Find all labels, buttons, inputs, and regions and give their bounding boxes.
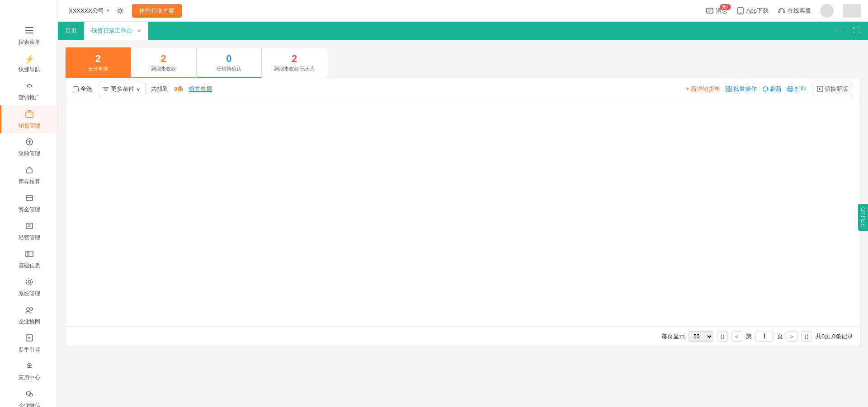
search-menu-icon <box>25 26 33 37</box>
sidebar-item-label: 销售管理 <box>19 122 40 130</box>
app-download-label: App下载 <box>746 7 769 15</box>
sidebar-item-sales[interactable]: 销售管理 <box>0 105 57 133</box>
svg-rect-24 <box>726 89 728 92</box>
online-service-button[interactable]: 在线客服 <box>778 7 811 15</box>
guide-icon <box>25 334 33 344</box>
svg-point-16 <box>119 9 122 12</box>
switch-version-button[interactable]: 切换新版 <box>812 83 853 95</box>
svg-point-19 <box>740 12 741 13</box>
select-all-input[interactable] <box>73 86 79 92</box>
trial-button[interactable]: 体验行业方案 <box>132 4 182 18</box>
svg-rect-6 <box>26 223 33 229</box>
page-label: 第 <box>746 332 752 341</box>
refresh-btn-label: 刷新 <box>770 85 782 93</box>
stat-pending-label: 旺铺待确认 <box>204 65 255 72</box>
tab-daily-work[interactable]: 钱货日清工作台 ✕ <box>84 22 148 40</box>
avatar[interactable] <box>820 4 834 18</box>
switch-btn-label: 切换新版 <box>825 85 848 93</box>
sidebar-item-label: 新手引导 <box>19 346 40 354</box>
sidebar-item-system[interactable]: 系统管理 <box>0 273 57 301</box>
svg-rect-5 <box>26 196 33 201</box>
sidebar-item-guide[interactable]: 新手引导 <box>0 329 57 357</box>
add-sales-order-button[interactable]: + 新增销货单 <box>686 85 720 93</box>
purchase-icon <box>25 138 33 148</box>
refresh-button[interactable]: 刷新 <box>762 85 782 93</box>
svg-rect-0 <box>25 27 33 28</box>
sidebar-item-label: 资金管理 <box>19 206 40 214</box>
filter-button[interactable]: 更多条件 ∨ <box>98 83 146 95</box>
toolbar-left: 全选 更多条件 ∨ 共找到 0条 相关单据 <box>73 83 680 95</box>
sidebar: 搜索菜单 ⚡ 快捷导航 营销推广 销售管理 采购管理 库存核算 资金管理 <box>0 0 58 407</box>
sidebar-item-quick-nav[interactable]: ⚡ 快捷导航 <box>0 50 57 77</box>
base-info-icon <box>25 250 33 260</box>
sidebar-item-label: 采购管理 <box>19 150 40 158</box>
stat-overdue-label: 到期未收款 <box>138 65 189 72</box>
sidebar-item-finance[interactable]: 资金管理 <box>0 189 57 217</box>
next-page-button[interactable]: ＞ <box>787 331 797 342</box>
app-download-button[interactable]: App下载 <box>736 7 769 15</box>
tab-home-label: 首页 <box>65 27 77 35</box>
sidebar-item-inventory[interactable]: 库存核算 <box>0 161 57 189</box>
sidebar-item-marketing[interactable]: 营销推广 <box>0 77 57 105</box>
svg-rect-1 <box>25 30 33 31</box>
toolbar-right: + 新增销货单 批量操作 刷新 打印 切换新版 <box>686 83 853 95</box>
quick-nav-icon: ⚡ <box>24 54 34 64</box>
svg-point-10 <box>26 279 33 285</box>
svg-rect-23 <box>729 86 731 89</box>
tab-maximize-button[interactable]: ⛶ <box>850 24 863 37</box>
select-all-label: 全选 <box>80 85 92 93</box>
last-page-button[interactable]: ⟩⟩ <box>801 331 812 342</box>
stat-overdue-number: 2 <box>138 53 189 65</box>
pagination-bar: 每页显示 50 100 200 ⟨⟨ ＜ 第 页 ＞ ⟩⟩ 共0页,0条记录 <box>65 326 861 347</box>
select-all-checkbox[interactable]: 全选 <box>73 85 92 93</box>
sidebar-item-label: 基础信息 <box>19 262 40 270</box>
sidebar-item-label: 应用中心 <box>19 374 40 382</box>
related-link[interactable]: 相关单据 <box>189 85 212 93</box>
message-badge: 99+ <box>720 4 731 10</box>
stat-tab-pending[interactable]: 0 旺铺待确认 <box>197 47 262 78</box>
sidebar-item-search-menu[interactable]: 搜索菜单 <box>0 22 57 50</box>
company-name: XXXXXX公司 <box>69 7 104 15</box>
batch-operation-button[interactable]: 批量操作 <box>726 85 757 93</box>
sidebar-item-label: 企业协同 <box>19 318 40 326</box>
inventory-icon <box>25 166 33 176</box>
header-right: 消息 99+ App下载 在线客服 <box>706 4 861 18</box>
online-service-label: 在线客服 <box>788 7 811 15</box>
stat-shipped-number: 2 <box>269 53 320 65</box>
svg-point-12 <box>30 308 33 310</box>
print-button[interactable]: 打印 <box>787 85 807 93</box>
tab-close-icon[interactable]: ✕ <box>137 28 141 34</box>
prev-page-button[interactable]: ＜ <box>731 331 742 342</box>
total-text: 共0页,0条记录 <box>816 332 853 341</box>
settings-button[interactable] <box>114 5 127 17</box>
often-badge[interactable]: OfTEn <box>858 204 868 231</box>
stat-tab-overdue[interactable]: 2 到期未收款 <box>131 47 197 78</box>
first-page-button[interactable]: ⟨⟨ <box>717 331 728 342</box>
per-page-select[interactable]: 50 100 200 <box>689 331 713 342</box>
chevron-down-icon: ▼ <box>106 8 110 13</box>
company-selector[interactable]: XXXXXX公司 ▼ <box>69 7 110 15</box>
nav-tabs-bar: 首页 钱货日清工作台 ✕ — ⛶ <box>58 22 868 40</box>
found-prefix: 共找到 <box>151 85 169 93</box>
svg-rect-20 <box>778 11 780 13</box>
sidebar-item-label: 企业微信 <box>19 402 40 407</box>
sidebar-item-purchase[interactable]: 采购管理 <box>0 133 57 161</box>
page-input[interactable] <box>755 332 774 342</box>
wechat-icon <box>25 390 33 400</box>
sidebar-item-wechat[interactable]: 企业微信 <box>0 385 57 407</box>
sidebar-item-label: 搜索菜单 <box>19 38 40 46</box>
main-content: 2 全部单据 2 到期未收款 0 旺铺待确认 2 到期未收款 已出库 全选 更 <box>58 40 868 407</box>
sidebar-item-enterprise[interactable]: 企业协同 <box>0 301 57 329</box>
sales-icon <box>25 110 33 120</box>
sidebar-item-label: 快捷导航 <box>19 66 40 74</box>
stat-tab-all[interactable]: 2 全部单据 <box>66 47 131 78</box>
message-button[interactable]: 消息 99+ <box>706 7 727 15</box>
sidebar-item-base-info[interactable]: 基础信息 <box>0 245 57 273</box>
enterprise-icon <box>25 306 33 316</box>
tab-home[interactable]: 首页 <box>58 22 84 40</box>
sidebar-item-operations[interactable]: 经营管理 <box>0 217 57 245</box>
tab-minimize-button[interactable]: — <box>834 24 846 37</box>
svg-rect-8 <box>27 253 29 255</box>
stat-tab-shipped[interactable]: 2 到期未收款 已出库 <box>262 47 327 78</box>
sidebar-item-app-center[interactable]: 应用中心 <box>0 357 57 385</box>
